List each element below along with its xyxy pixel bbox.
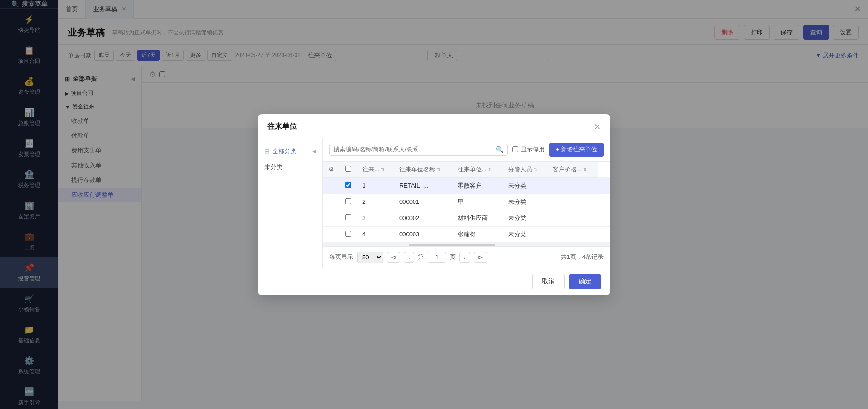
row-settings — [323, 226, 340, 242]
th-manager[interactable]: 分管人员 ⇅ — [503, 162, 547, 178]
row-settings — [323, 210, 340, 226]
dialog-table: ⚙ 往来... ⇅ 往来单位名 — [323, 162, 610, 246]
new-partner-button[interactable]: + 新增往来单位 — [549, 143, 604, 157]
page-input[interactable] — [428, 252, 446, 263]
dialog-sidebar-all[interactable]: ⊞ 全部分类 ◀ — [258, 144, 322, 159]
row-price-grade — [598, 194, 610, 210]
per-page-label: 每页显示 — [329, 253, 353, 261]
partner-dialog: 往来单位 ✕ ⊞ 全部分类 ◀ 未分类 — [258, 114, 610, 295]
th-settings[interactable]: ⚙ — [323, 162, 340, 178]
row-id: 4 — [357, 226, 394, 242]
row-category: 未分类 — [503, 210, 547, 226]
row-manager — [547, 194, 598, 210]
sort-icon-manager: ⇅ — [534, 167, 537, 172]
cancel-button[interactable]: 取消 — [532, 274, 565, 289]
grid-icon2: ⊞ — [264, 148, 270, 155]
dialog-close-btn[interactable]: ✕ — [594, 122, 601, 132]
th-name[interactable]: 往来单位名称 ⇅ — [394, 162, 452, 178]
row-name: 张筛得 — [452, 226, 503, 242]
dialog-title: 往来单位 — [267, 122, 297, 132]
page-first-btn[interactable]: ⊲ — [387, 252, 400, 263]
row-settings — [323, 177, 340, 194]
total-records-label: 共1页，4条记录 — [561, 253, 604, 261]
row-code: 000003 — [394, 226, 452, 242]
table-row[interactable]: 4 000003 张筛得 未分类 — [323, 226, 610, 242]
sort-icon-price: ⇅ — [583, 167, 587, 172]
page-next-btn[interactable]: › — [459, 252, 470, 263]
row-id: 1 — [357, 177, 394, 194]
row-category: 未分类 — [503, 177, 547, 194]
th-price-grade[interactable]: 客户价格... ⇅ — [547, 162, 598, 178]
row-manager — [547, 177, 598, 194]
row-name: 材料供应商 — [452, 210, 503, 226]
page-num-prefix: 第 — [418, 253, 424, 261]
search-box: 🔍 — [329, 144, 508, 156]
dialog-sidebar-all-label: 全部分类 — [272, 147, 296, 156]
dialog-overlay: 往来单位 ✕ ⊞ 全部分类 ◀ 未分类 — [0, 0, 868, 409]
confirm-button[interactable]: 确定 — [569, 274, 601, 289]
row-code: 000001 — [394, 194, 452, 210]
dialog-sidebar: ⊞ 全部分类 ◀ 未分类 — [258, 138, 323, 268]
row-name: 零散客户 — [452, 177, 503, 194]
row-id: 3 — [357, 210, 394, 226]
search-input[interactable] — [333, 146, 493, 153]
sort-icon-code: ⇅ — [381, 167, 384, 172]
row-price-grade — [598, 177, 610, 194]
th-check[interactable] — [340, 162, 357, 178]
row-check[interactable] — [340, 210, 357, 226]
dialog-sidebar-collapse[interactable]: ◀ — [312, 148, 316, 154]
sort-icon-name: ⇅ — [437, 167, 440, 172]
dialog-main: 🔍 显示停用 + 新增往来单位 ⚙ — [323, 138, 610, 268]
row-id: 2 — [357, 194, 394, 210]
table-row[interactable]: 3 000002 材料供应商 未分类 — [323, 210, 610, 226]
dialog-body: ⊞ 全部分类 ◀ 未分类 🔍 显示停用 — [258, 138, 610, 268]
row-name: 甲 — [452, 194, 503, 210]
sort-icon-category: ⇅ — [488, 167, 492, 172]
row-code: RETAIL_... — [394, 177, 452, 194]
row-code: 000002 — [394, 210, 452, 226]
dialog-pagination: 每页显示 50 100 ⊲ ‹ 第 页 › ⊳ 共1页，4条记录 — [323, 246, 610, 268]
per-page-select[interactable]: 50 100 — [357, 252, 383, 263]
search-icon2: 🔍 — [496, 146, 503, 153]
page-suffix: 页 — [450, 253, 456, 261]
th-code[interactable]: 往来... ⇅ — [357, 162, 394, 178]
dialog-footer: 取消 确定 — [258, 268, 610, 295]
dialog-sidebar-unclassified[interactable]: 未分类 — [258, 159, 322, 175]
gear-icon: ⚙ — [328, 166, 334, 173]
row-settings — [323, 194, 340, 210]
dialog-sidebar-unclassified-label: 未分类 — [264, 163, 283, 171]
dialog-toolbar: 🔍 显示停用 + 新增往来单位 — [323, 138, 610, 162]
row-category: 未分类 — [503, 194, 547, 210]
th-category[interactable]: 往来单位... ⇅ — [452, 162, 503, 178]
table-row[interactable]: 2 000001 甲 未分类 — [323, 194, 610, 210]
row-check[interactable] — [340, 226, 357, 242]
partner-table: ⚙ 往来... ⇅ 往来单位名 — [323, 162, 610, 243]
scrollbar-thumb — [409, 244, 495, 246]
page-prev-btn[interactable]: ‹ — [404, 252, 414, 263]
row-check[interactable] — [340, 194, 357, 210]
horizontal-scrollbar[interactable] — [323, 243, 610, 246]
row-check[interactable] — [340, 177, 357, 194]
show-disabled-checkbox[interactable] — [512, 146, 518, 152]
table-row[interactable]: 1 RETAIL_... 零散客户 未分类 — [323, 177, 610, 194]
row-price-grade — [598, 210, 610, 226]
th-select-all[interactable] — [345, 166, 351, 172]
row-manager — [547, 210, 598, 226]
dialog-header: 往来单位 ✕ — [258, 114, 610, 138]
show-disabled-label: 显示停用 — [521, 145, 545, 154]
row-price-grade — [598, 226, 610, 242]
page-last-btn[interactable]: ⊳ — [474, 252, 487, 263]
row-category: 未分类 — [503, 226, 547, 242]
row-manager — [547, 226, 598, 242]
show-disabled-checkbox-label[interactable]: 显示停用 — [512, 145, 545, 154]
